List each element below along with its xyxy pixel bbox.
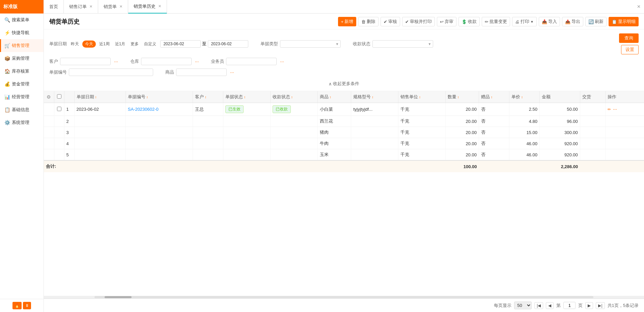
table-settings-icon[interactable]: ⚙ [47,94,51,100]
sidebar-item-sys-mgmt[interactable]: ⚙️ 系统管理 [0,116,44,129]
tab-sales-delivery[interactable]: 销货单 ✕ [98,0,128,14]
sidebar-item-purchase-mgmt[interactable]: 📦 采购管理 [0,52,44,65]
salesman-dots-icon[interactable]: ··· [280,59,284,64]
refresh-icon: 🔄 [588,19,594,24]
date-range: 至 [160,40,248,48]
spec-col-header[interactable]: 规格型号 ↕ [351,91,398,103]
abandon-button[interactable]: ↩ 弃审 [437,17,456,26]
print-button[interactable]: 🖨 打印 ▼ [512,17,537,26]
sidebar-item-label: 快捷导航 [12,30,29,36]
collect-status-col-header[interactable]: 收款状态 ↕ [270,91,317,103]
export-button[interactable]: 📤 导出 [562,17,583,26]
refresh-button[interactable]: 🔄 刷新 [585,17,607,26]
customer-dots-icon[interactable]: ··· [114,59,118,64]
row-goods: 西兰花 [317,116,351,127]
doc-date-col-header[interactable]: 单据日期 ↕ [74,91,125,103]
scrollbar-track[interactable] [94,296,593,298]
sidebar-fire-btn[interactable]: 🔥 [12,302,22,309]
table-row: 3 猪肉 千克 20.00 否 15.00 300.00 [44,127,644,138]
shortcut-custom[interactable]: 自定义 [142,41,158,48]
shortcut-yesterday[interactable]: 昨天 [69,41,81,48]
batch-change-button[interactable]: ✏ 批量变更 [482,17,510,26]
unit-price-col-header[interactable]: 单价 ↕ [509,91,539,103]
collect-status-select[interactable] [372,40,433,48]
page-size-select[interactable]: 50 20 100 [514,302,532,309]
date-shortcuts: 昨天 今天 近1周 近1月 更多 自定义 [69,41,158,48]
shortcut-last30[interactable]: 近1月 [113,41,128,48]
row-checkbox[interactable] [54,127,64,138]
customer-input[interactable] [60,58,111,65]
row-checkbox[interactable] [54,149,64,161]
row-checkbox[interactable] [54,138,64,149]
salesman-input[interactable] [226,58,277,65]
set-button[interactable]: 设置 [621,45,639,54]
customer-col-header[interactable]: 客户 ↕ [193,91,223,103]
sidebar-item-inventory[interactable]: 🏠 库存核算 [0,65,44,78]
row-checkbox[interactable] [54,103,64,116]
goods-input[interactable] [176,69,227,76]
filter-row-3: 单据编号 商品 ··· [49,69,639,76]
row-collect-status [270,138,317,149]
collect-status-wrapper: ▼ [372,40,433,48]
row-gift: 否 [479,127,509,138]
row-checkbox[interactable] [54,116,64,127]
sidebar-item-ops[interactable]: 📊 经营管理 [0,90,44,103]
show-detail-button[interactable]: 📋 显示明细 [609,17,639,26]
delete-button[interactable]: 🗑 删除 [358,17,379,26]
collect-icon: 💲 [461,19,467,24]
query-button[interactable]: 查询 [619,33,639,43]
qty-col-header[interactable]: 数量 ↕ [445,91,479,103]
goods-col-header[interactable]: 商品 ↕ [317,91,351,103]
batch-icon: ✏ [485,19,488,24]
gift-col-header[interactable]: 赠品 ↕ [479,91,509,103]
tab-close-history[interactable]: ✕ [158,4,161,8]
edit-action-btn[interactable]: ✏ [608,107,611,112]
page-number-input[interactable] [563,302,576,309]
goods-dots-icon[interactable]: ··· [230,70,234,75]
doc-no-col-header[interactable]: 单据编号 ↕ [125,91,193,103]
sidebar-item-finance[interactable]: 💰 资金管理 [0,78,44,90]
horizontal-scrollbar[interactable] [44,296,644,298]
row-transaction [580,149,605,161]
sidebar-item-search-menu[interactable]: 🔍 搜索菜单 [0,14,44,26]
row-doc-date [74,116,125,127]
row-gift: 否 [479,116,509,127]
warehouse-input[interactable] [141,58,192,65]
sales-unit-col-header[interactable]: 销售单位 ↕ [398,91,446,103]
toolbar: + 新增 🗑 删除 ✔ 审核 ✔ 审核并打印 ↩ 弃审 [338,17,639,26]
warehouse-dots-icon[interactable]: ··· [195,59,199,64]
next-page-btn[interactable]: ▶ [585,302,593,309]
doc-status-col-header[interactable]: 单据状态 ↕ [223,91,271,103]
tab-home[interactable]: 首页 [44,0,64,14]
sidebar-item-sales-mgmt[interactable]: 🛒 销售管理 [0,39,44,52]
window-close-icon[interactable]: ✕ [637,4,641,9]
date-from-input[interactable] [160,40,201,48]
tab-close-sales-delivery[interactable]: ✕ [119,4,122,9]
sidebar-pause-btn[interactable]: ⏸ [23,302,31,309]
sidebar-item-basic-info[interactable]: 📋 基础信息 [0,103,44,116]
filter-collapse-btn[interactable]: ∧ 收起更多条件 [329,81,359,87]
date-to-input[interactable] [208,40,248,48]
add-button[interactable]: + 新增 [338,17,357,26]
doc-no-input[interactable] [69,69,153,76]
row-actions [605,116,644,127]
shortcut-last7[interactable]: 近1周 [97,41,112,48]
shortcut-today[interactable]: 今天 [82,41,96,48]
first-page-btn[interactable]: |◀ [534,302,543,309]
review-button[interactable]: ✔ 审核 [381,17,400,26]
tab-sales-order[interactable]: 销售订单 ✕ [64,0,98,14]
doc-type-select[interactable] [280,40,341,48]
select-all-checkbox[interactable] [57,94,61,99]
scrollbar-thumb[interactable] [105,296,132,298]
sidebar-item-quick-nav[interactable]: ⚡ 快捷导航 [0,26,44,39]
review-print-button[interactable]: ✔ 审核并打印 [402,17,435,26]
tab-close-sales-order[interactable]: ✕ [89,4,92,9]
tab-sales-delivery-history[interactable]: 销货单历史 ✕ [128,0,167,14]
shortcut-more[interactable]: 更多 [129,41,141,48]
prev-page-btn[interactable]: ◀ [546,302,554,309]
more-action-btn[interactable]: ⋯ [613,107,617,112]
home-icon: 🏠 [4,69,10,74]
last-page-btn[interactable]: ▶| [596,302,605,309]
import-button[interactable]: 📥 导入 [539,17,560,26]
collect-button[interactable]: 💲 收款 [458,17,480,26]
